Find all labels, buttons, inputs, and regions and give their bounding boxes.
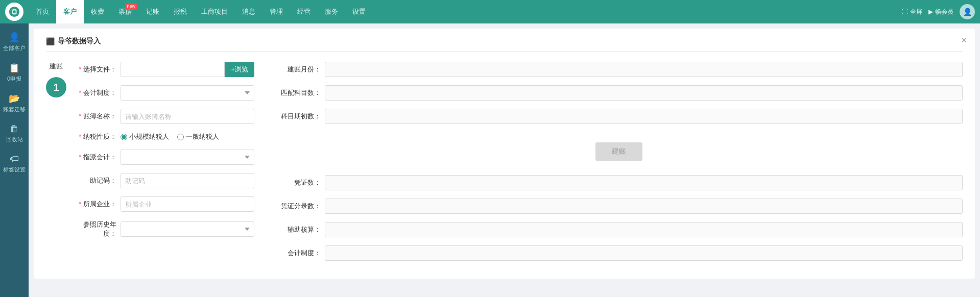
accounting-month-label: 建账月份： — [275, 65, 321, 74]
form-outer: 建账 1 选择文件： +浏览 — [46, 62, 254, 261]
form-right: 建账月份： 匹配科目数： 科目期初数： 建账 — [254, 62, 963, 261]
right-accounting-system-value — [325, 245, 963, 261]
info-row-accounts-initial: 科目期初数： — [275, 109, 963, 124]
nav-service[interactable]: 服务 — [318, 0, 345, 23]
nav-business[interactable]: 工商项目 — [194, 0, 235, 23]
form-row-file: 选择文件： +浏览 — [70, 62, 254, 77]
main-content: ⬛ 导爷数据导入 × 建账 1 选择文件： — [29, 23, 980, 297]
svg-point-1 — [13, 10, 16, 13]
vouchers-label: 凭证数： — [275, 178, 321, 187]
import-panel: ⬛ 导爷数据导入 × 建账 1 选择文件： — [34, 29, 975, 279]
sidebar-item-account-migration[interactable]: 📂 账套迁移 — [0, 89, 29, 117]
sidebar: 👤 全部客户 📋 0申报 📂 账套迁移 🗑 回收站 🏷 标签设置 — [0, 23, 29, 297]
member-button[interactable]: ▶ 畅会员 — [928, 8, 953, 16]
radio-small-label: 小规模纳税人 — [129, 132, 169, 141]
browse-button[interactable]: +浏览 — [225, 62, 254, 77]
form-row-ledger-name: 账簿名称： — [70, 109, 254, 124]
sidebar-item-recycle-bin[interactable]: 🗑 回收站 — [0, 119, 29, 147]
nav-accounting[interactable]: 记账 — [139, 0, 166, 23]
vouchers-value — [325, 175, 963, 190]
recycle-bin-icon: 🗑 — [10, 123, 19, 134]
sidebar-item-label: 账套迁移 — [3, 106, 26, 113]
voucher-entries-value — [325, 199, 963, 214]
main-layout: 👤 全部客户 📋 0申报 📂 账套迁移 🗑 回收站 🏷 标签设置 ⬛ 导爷数据导… — [0, 23, 980, 297]
form-row-accounting-system: 会计制度： — [70, 85, 254, 101]
avatar[interactable]: 👤 — [960, 4, 975, 19]
sidebar-item-tag-settings[interactable]: 🏷 标签设置 — [0, 150, 29, 178]
file-label: 选择文件： — [70, 65, 116, 74]
fullscreen-icon: ⛶ — [902, 8, 908, 15]
accountant-select[interactable] — [121, 150, 254, 165]
info-row-accounting-month: 建账月份： — [275, 62, 963, 77]
submit-jianzhang-button[interactable]: 建账 — [595, 142, 642, 161]
sidebar-item-declaration[interactable]: 📋 0申报 — [0, 58, 29, 87]
nav-items: 首页 客户 收费 票据 new 记账 报税 工商项目 消息 管理 经营 服务 设… — [29, 0, 902, 23]
radio-small-taxpayer-input[interactable] — [121, 134, 127, 140]
close-button[interactable]: × — [961, 36, 967, 45]
sidebar-item-label: 标签设置 — [3, 166, 26, 174]
step-label-text: 建账 — [50, 62, 63, 71]
auxiliary-accounting-label: 辅助核算： — [275, 225, 321, 234]
nav-operations[interactable]: 经营 — [290, 0, 318, 23]
info-row-accounting-system: 会计制度： — [275, 245, 963, 261]
declaration-icon: 📋 — [9, 62, 20, 73]
sidebar-item-label: 全部客户 — [3, 44, 26, 52]
member-icon: ▶ — [928, 8, 933, 15]
info-row-match-accounts: 匹配科目数： — [275, 85, 963, 101]
ledger-name-input[interactable] — [121, 109, 254, 124]
accounting-system-label: 会计制度： — [70, 88, 116, 97]
tag-settings-icon: 🏷 — [10, 154, 19, 164]
sidebar-item-label: 0申报 — [7, 75, 21, 83]
app-logo[interactable] — [5, 3, 23, 21]
reference-year-label: 参照历史年度： — [70, 220, 116, 238]
nav-customers[interactable]: 客户 — [56, 0, 84, 23]
sidebar-item-label: 回收站 — [6, 136, 23, 143]
accountant-label: 指派会计： — [70, 153, 116, 162]
radio-general-label: 一般纳税人 — [186, 132, 219, 141]
step-circle: 1 — [46, 77, 66, 97]
match-accounts-label: 匹配科目数： — [275, 88, 321, 97]
form-container: 建账 1 选择文件： +浏览 — [46, 62, 963, 261]
nav-messages[interactable]: 消息 — [235, 0, 262, 23]
info-section: 建账月份： 匹配科目数： 科目期初数： 建账 — [275, 62, 963, 261]
accounts-initial-value — [325, 109, 963, 124]
panel-header: ⬛ 导爷数据导入 — [46, 37, 963, 52]
fullscreen-button[interactable]: ⛶ 全屏 — [902, 8, 922, 16]
tax-type-label: 纳税性质： — [70, 132, 116, 141]
info-row-auxiliary-accounting: 辅助核算： — [275, 222, 963, 237]
top-navigation: 首页 客户 收费 票据 new 记账 报税 工商项目 消息 管理 经营 服务 设… — [0, 0, 980, 23]
form-row-tax-type: 纳税性质： 小规模纳税人 一般纳税人 — [70, 132, 254, 141]
form-row-reference-year: 参照历史年度： — [70, 220, 254, 238]
panel-title: 导爷数据导入 — [58, 37, 101, 46]
accounting-system-select[interactable] — [121, 85, 254, 101]
radio-small-taxpayer[interactable]: 小规模纳税人 — [121, 132, 169, 141]
top-nav-right: ⛶ 全屏 ▶ 畅会员 👤 — [902, 4, 975, 19]
form-row-enterprise: 所属企业： — [70, 196, 254, 212]
info-row-voucher-entries: 凭证分录数： — [275, 199, 963, 214]
nav-tax[interactable]: 报税 — [166, 0, 194, 23]
enterprise-label: 所属企业： — [70, 200, 116, 209]
nav-home[interactable]: 首页 — [29, 0, 56, 23]
form-row-memo-code: 助记码： — [70, 173, 254, 188]
right-accounting-system-label: 会计制度： — [275, 249, 321, 258]
account-migration-icon: 📂 — [9, 93, 20, 104]
sidebar-item-all-customers[interactable]: 👤 全部客户 — [0, 28, 29, 56]
file-input[interactable] — [121, 62, 225, 77]
nav-billing[interactable]: 收费 — [84, 0, 111, 23]
ledger-name-label: 账簿名称： — [70, 112, 116, 121]
nav-invoice[interactable]: 票据 new — [111, 0, 139, 23]
voucher-entries-label: 凭证分录数： — [275, 202, 321, 211]
reference-year-select[interactable] — [121, 221, 254, 237]
auxiliary-accounting-value — [325, 222, 963, 237]
accounts-initial-label: 科目期初数： — [275, 112, 321, 121]
match-accounts-value — [325, 85, 963, 101]
form-fields: 选择文件： +浏览 会计制度： — [70, 62, 254, 238]
nav-settings[interactable]: 设置 — [345, 0, 373, 23]
nav-management[interactable]: 管理 — [262, 0, 290, 23]
enterprise-input[interactable] — [121, 196, 254, 212]
tax-type-radio-group: 小规模纳税人 一般纳税人 — [121, 132, 219, 141]
all-customers-icon: 👤 — [9, 32, 20, 43]
radio-general-taxpayer-input[interactable] — [177, 134, 184, 140]
memo-code-input[interactable] — [121, 173, 254, 188]
radio-general-taxpayer[interactable]: 一般纳税人 — [177, 132, 219, 141]
